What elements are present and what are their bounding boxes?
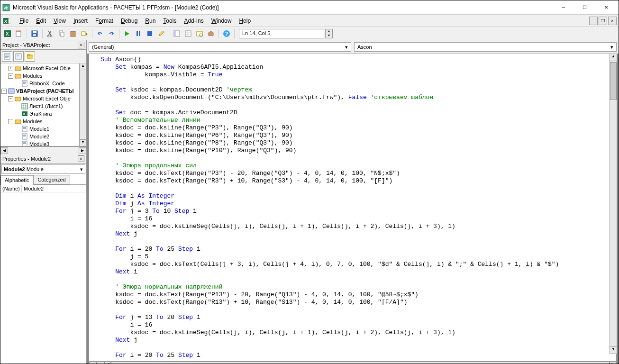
svg-rect-4 xyxy=(9,18,11,23)
window-title: Microsoft Visual Basic for Applications … xyxy=(13,4,553,11)
svg-rect-40 xyxy=(22,103,27,109)
code-object-dropdown[interactable]: (General)▾ xyxy=(89,42,351,52)
menu-tools[interactable]: Tools xyxy=(159,16,180,26)
help-button[interactable]: ? xyxy=(221,28,232,39)
undo-button[interactable] xyxy=(95,28,105,39)
toggle-folders-button[interactable] xyxy=(25,51,35,62)
tree-sheet1[interactable]: Лист1 (Лист1) xyxy=(29,103,63,109)
project-tree[interactable]: +Microsoft Excel Obje −Modules RibbonX_C… xyxy=(0,64,86,146)
properties-object-combo[interactable]: Module2 Module▾ xyxy=(1,164,85,174)
tree-ribbonx[interactable]: RibbonX_Code xyxy=(29,81,65,86)
paste-button[interactable] xyxy=(68,28,78,39)
tree-modules2[interactable]: Modules xyxy=(23,118,43,124)
toolbox-button[interactable] xyxy=(206,28,216,39)
project-panel-header: Project - VBAProject × xyxy=(0,40,86,50)
properties-panel-close-button[interactable]: × xyxy=(78,155,84,162)
svg-rect-24 xyxy=(185,31,191,36)
mdi-close-button[interactable]: × xyxy=(608,17,617,25)
svg-rect-23 xyxy=(174,31,176,36)
project-panel-close-button[interactable]: × xyxy=(78,42,84,48)
menu-run[interactable]: Run xyxy=(141,16,159,26)
properties-panel-title: Properties - Module2 xyxy=(2,156,51,162)
tree-xlobj2[interactable]: Microsoft Excel Obje xyxy=(23,96,71,101)
menu-view[interactable]: View xyxy=(50,16,70,26)
mdi-minimize-button[interactable]: _ xyxy=(589,17,598,25)
hscroll-left-button[interactable]: ◀ xyxy=(104,362,111,364)
svg-rect-43 xyxy=(15,120,21,124)
code-hscroll[interactable] xyxy=(111,362,610,364)
project-toolbar xyxy=(0,50,86,64)
save-button[interactable] xyxy=(29,28,40,39)
code-procedure-dropdown[interactable]: Ascon▾ xyxy=(354,42,617,52)
menu-window[interactable]: Window xyxy=(208,16,236,26)
insert-module-button[interactable] xyxy=(14,28,24,39)
menu-format[interactable]: Format xyxy=(91,16,117,26)
tree-module3[interactable]: Module3 xyxy=(29,141,49,146)
property-row-name: (Name) Module2 xyxy=(0,185,86,193)
procedure-view-button[interactable]: ≡ xyxy=(89,362,97,364)
project-explorer-button[interactable] xyxy=(172,28,182,39)
minimize-button[interactable]: ─ xyxy=(553,1,574,14)
svg-rect-38 xyxy=(15,97,21,101)
properties-panel-header: Properties - Module2 × xyxy=(0,154,86,164)
svg-rect-34 xyxy=(15,67,21,71)
svg-text:X: X xyxy=(4,19,7,24)
svg-rect-17 xyxy=(72,31,74,32)
full-module-view-button[interactable]: ▤ xyxy=(97,362,104,364)
tree-vbaproject[interactable]: VBAProject (РАСЧЕТЫ xyxy=(16,88,74,94)
mdi-restore-button[interactable]: ❐ xyxy=(599,17,607,25)
view-object-button[interactable] xyxy=(13,51,24,62)
svg-rect-20 xyxy=(139,31,140,36)
menu-debug[interactable]: Debug xyxy=(117,16,141,26)
excel-icon[interactable]: X xyxy=(2,16,12,26)
reset-button[interactable] xyxy=(145,28,155,39)
menu-edit[interactable]: Edit xyxy=(32,16,50,26)
svg-rect-45 xyxy=(22,134,27,139)
tree-modules1[interactable]: Modules xyxy=(23,73,43,79)
tree-thisbook[interactable]: ЭтаКнига xyxy=(29,111,52,117)
copy-button[interactable] xyxy=(56,28,67,39)
properties-tab-categorized[interactable]: Categorized xyxy=(33,175,70,184)
redo-button[interactable] xyxy=(106,28,117,39)
design-mode-button[interactable] xyxy=(156,28,166,39)
tree-module2[interactable]: Module2 xyxy=(29,134,49,139)
object-browser-button[interactable] xyxy=(194,28,205,39)
svg-text:X: X xyxy=(6,31,9,36)
svg-rect-15 xyxy=(61,32,64,36)
svg-rect-37 xyxy=(9,89,14,93)
break-button[interactable] xyxy=(133,28,144,39)
svg-rect-35 xyxy=(15,74,21,78)
tree-module1[interactable]: Module1 xyxy=(29,126,49,132)
property-name-value[interactable]: Module2 xyxy=(22,185,86,192)
svg-rect-31 xyxy=(17,55,19,56)
menu-insert[interactable]: Insert xyxy=(70,16,91,26)
svg-rect-44 xyxy=(22,126,27,132)
view-excel-button[interactable]: X xyxy=(2,28,13,39)
position-spinner[interactable]: ▲▼ xyxy=(325,29,333,38)
menu-help[interactable]: Help xyxy=(235,16,255,26)
code-vscroll[interactable]: ▲ ▼ xyxy=(610,54,617,354)
hscroll-right-button[interactable]: ▶ xyxy=(610,362,616,364)
code-editor[interactable]: Sub Ascon() Set kompas = New Kompas6API5… xyxy=(89,54,616,361)
svg-rect-33 xyxy=(27,55,30,55)
find-button[interactable] xyxy=(79,28,90,39)
svg-rect-10 xyxy=(33,31,36,33)
properties-window-button[interactable] xyxy=(183,28,193,39)
cut-button[interactable] xyxy=(45,28,55,39)
project-panel-title: Project - VBAProject xyxy=(2,42,50,48)
properties-tab-alphabetic[interactable]: Alphabetic xyxy=(0,175,33,185)
svg-rect-21 xyxy=(147,31,152,36)
maximize-button[interactable]: ☐ xyxy=(574,1,595,14)
menu-file[interactable]: File xyxy=(16,16,32,26)
project-tree-vscroll[interactable]: ▲ ▼ xyxy=(79,64,86,146)
run-button[interactable] xyxy=(122,28,132,39)
properties-grid[interactable]: (Name) Module2 xyxy=(0,185,86,364)
svg-rect-8 xyxy=(16,31,21,32)
menubar: X File Edit View Insert Format Debug Run… xyxy=(0,15,619,27)
close-button[interactable]: ✕ xyxy=(595,1,617,14)
project-tree-hscroll[interactable]: ◀▶ xyxy=(0,146,86,154)
tree-xlobj1[interactable]: Microsoft Excel Obje xyxy=(23,65,71,71)
view-code-button[interactable] xyxy=(2,51,12,62)
menu-addins[interactable]: Add-Ins xyxy=(180,16,207,26)
svg-rect-18 xyxy=(82,32,85,36)
